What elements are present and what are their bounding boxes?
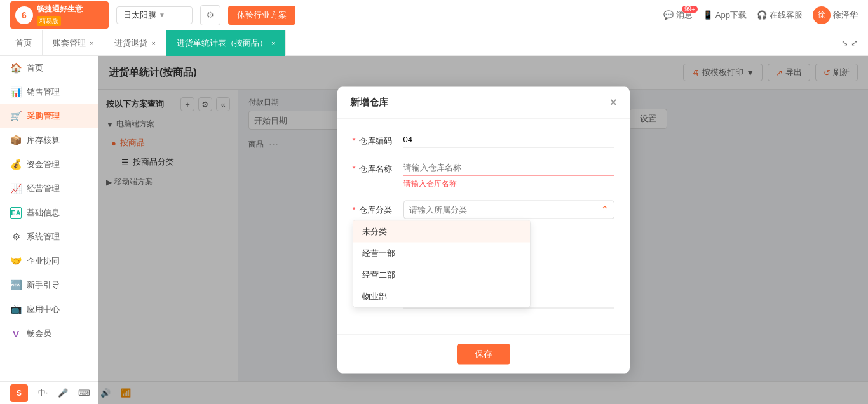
sidebar-item-basic-info-label: 基础信息 xyxy=(27,207,60,219)
message-button[interactable]: 💬 消息 99+ xyxy=(663,10,693,21)
inventory-icon: 📦 xyxy=(10,135,22,146)
logo-icon: 6 xyxy=(15,6,33,24)
tab-collapse-icon[interactable]: ⤡ xyxy=(841,38,848,48)
code-input[interactable] xyxy=(403,131,614,148)
app-center-icon: 📺 xyxy=(10,304,22,315)
sidebar-item-member[interactable]: V 畅会员 xyxy=(0,321,98,346)
tab-purchase-return-close[interactable]: × xyxy=(151,39,155,47)
sidebar-item-enterprise[interactable]: 🤝 企业协同 xyxy=(0,249,98,273)
logo-text: 畅捷通好生意 精易版 xyxy=(37,4,83,26)
form-row-name: * 仓库名称 请输入仓库名称 xyxy=(353,159,614,189)
tab-purchase-return-label: 进货退货 xyxy=(114,37,147,49)
tab-home-label: 首页 xyxy=(15,37,32,49)
tab-home[interactable]: 首页 xyxy=(5,30,43,56)
operations-icon: 📈 xyxy=(10,183,22,194)
tab-purchase-stats-close[interactable]: × xyxy=(271,39,275,47)
sidebar-item-home[interactable]: 🏠 首页 xyxy=(0,56,98,80)
sidebar-item-member-label: 畅会员 xyxy=(27,328,51,339)
tab-accounts[interactable]: 账套管理 × xyxy=(43,30,104,56)
trial-button[interactable]: 体验行业方案 xyxy=(228,6,295,25)
category-label: * 仓库分类 xyxy=(353,201,403,216)
chevron-up-icon[interactable]: ⌃ xyxy=(600,204,609,216)
tab-purchase-stats[interactable]: 进货单统计表（按商品） × xyxy=(166,30,286,56)
lang-toggle[interactable]: 中· xyxy=(38,387,48,398)
name-label: * 仓库名称 xyxy=(353,159,403,175)
mic-icon[interactable]: 🎤 xyxy=(58,388,68,398)
member-icon: V xyxy=(10,328,22,339)
category-input[interactable] xyxy=(409,205,600,215)
content-area: 进货单统计(按商品) 🖨 按模板打印 ▼ ↗ 导出 ↺ 刷新 xyxy=(98,56,868,404)
sidebar-item-finance-label: 资金管理 xyxy=(27,159,60,170)
category-dropdown: 未分类 经营一部 经营二部 物业部 xyxy=(353,220,531,308)
modal-close-button[interactable]: × xyxy=(610,96,617,109)
online-service-button[interactable]: 🎧 在线客服 xyxy=(757,10,803,21)
sidebar-item-sales[interactable]: 📊 销售管理 xyxy=(0,80,98,104)
user-name: 徐泽华 xyxy=(833,10,858,21)
sidebar-item-inventory[interactable]: 📦 库存核算 xyxy=(0,128,98,152)
form-row-code: * 仓库编码 xyxy=(353,131,614,148)
dropdown-item-uncategorized[interactable]: 未分类 xyxy=(353,221,530,243)
name-control: 请输入仓库名称 xyxy=(403,159,614,189)
basic-info-icon: EA xyxy=(10,207,22,219)
tab-purchase-stats-label: 进货单统计表（按商品） xyxy=(177,37,268,49)
notification-badge: 99+ xyxy=(682,6,698,13)
sales-icon: 📊 xyxy=(10,86,22,98)
dropdown-item-dept2[interactable]: 经营二部 xyxy=(353,264,530,286)
tab-expand-area: ⤡ ⤢ xyxy=(836,38,863,48)
sidebar-item-finance[interactable]: 💰 资金管理 xyxy=(0,152,98,177)
enterprise-icon: 🤝 xyxy=(10,255,22,267)
tab-accounts-close[interactable]: × xyxy=(90,39,93,47)
code-label: * 仓库编码 xyxy=(353,131,403,147)
tab-purchase-return[interactable]: 进货退货 × xyxy=(104,30,166,56)
store-name: 日太阳膜 xyxy=(123,10,156,21)
main-layout: 🏠 首页 📊 销售管理 🛒 采购管理 📦 库存核算 💰 资金管理 📈 经营管理 … xyxy=(0,56,868,404)
home-icon: 🏠 xyxy=(10,62,22,74)
form-row-category: * 仓库分类 ⌃ 未分类 经营一部 经营二部 物业部 xyxy=(353,201,614,219)
header-right: 💬 消息 99+ 📱 App下载 🎧 在线客服 徐 徐泽华 xyxy=(663,6,858,24)
sidebar-item-system-label: 系统管理 xyxy=(27,231,60,243)
purchase-icon: 🛒 xyxy=(10,111,22,122)
app-icon: 📱 xyxy=(703,10,713,20)
sidebar-item-system[interactable]: ⚙ 系统管理 xyxy=(0,225,98,249)
finance-icon: 💰 xyxy=(10,159,22,170)
top-header: 6 畅捷通好生意 精易版 日太阳膜 ▼ ⚙ 体验行业方案 💬 消息 99+ 📱 … xyxy=(0,0,868,30)
modal-body: * 仓库编码 * 仓库名称 请输入仓库名称 xyxy=(337,119,630,335)
store-selector[interactable]: 日太阳膜 ▼ xyxy=(116,6,193,24)
sidebar-item-home-label: 首页 xyxy=(27,62,43,74)
settings-button[interactable]: ⚙ xyxy=(200,5,220,25)
tab-accounts-label: 账套管理 xyxy=(53,37,86,49)
logo-area: 6 畅捷通好生意 精易版 xyxy=(10,1,109,29)
sidebar: 🏠 首页 📊 销售管理 🛒 采购管理 📦 库存核算 💰 资金管理 📈 经营管理 … xyxy=(0,56,98,404)
keyboard-icon[interactable]: ⌨ xyxy=(78,388,90,398)
name-input[interactable] xyxy=(403,159,614,176)
message-icon: 💬 xyxy=(663,10,674,20)
tab-fullscreen-icon[interactable]: ⤢ xyxy=(851,38,858,48)
modal-footer: 保存 xyxy=(337,335,630,374)
system-icon: ⚙ xyxy=(10,231,22,243)
category-input-wrap[interactable]: ⌃ xyxy=(403,201,614,219)
add-warehouse-modal: 新增仓库 × * 仓库编码 * xyxy=(337,87,630,374)
guide-icon: 🆕 xyxy=(10,279,22,291)
tab-bar: 首页 账套管理 × 进货退货 × 进货单统计表（按商品） × ⤡ ⤢ xyxy=(0,30,868,56)
chevron-down-icon: ▼ xyxy=(159,11,165,18)
code-control xyxy=(403,131,614,148)
dropdown-item-property[interactable]: 物业部 xyxy=(353,286,530,307)
modal-title: 新增仓库 xyxy=(350,97,388,109)
sidebar-item-enterprise-label: 企业协同 xyxy=(27,255,60,267)
user-area[interactable]: 徐 徐泽华 xyxy=(813,6,858,24)
modal-header: 新增仓库 × xyxy=(337,87,630,119)
save-button[interactable]: 保存 xyxy=(457,344,510,365)
sidebar-item-purchase-label: 采购管理 xyxy=(27,111,60,122)
avatar: 徐 xyxy=(813,6,831,24)
sidebar-item-basic-info[interactable]: EA 基础信息 xyxy=(0,201,98,225)
app-download-button[interactable]: 📱 App下载 xyxy=(703,10,747,21)
sidebar-item-guide[interactable]: 🆕 新手引导 xyxy=(0,273,98,297)
headset-icon: 🎧 xyxy=(757,10,767,20)
sidebar-item-sales-label: 销售管理 xyxy=(27,86,60,98)
sidebar-item-app-center[interactable]: 📺 应用中心 xyxy=(0,297,98,321)
sidebar-item-app-center-label: 应用中心 xyxy=(27,304,60,315)
dropdown-item-dept1[interactable]: 经营一部 xyxy=(353,243,530,264)
sidebar-item-operations[interactable]: 📈 经营管理 xyxy=(0,177,98,201)
sidebar-item-purchase[interactable]: 🛒 采购管理 xyxy=(0,104,98,128)
name-error-message: 请输入仓库名称 xyxy=(403,178,614,189)
